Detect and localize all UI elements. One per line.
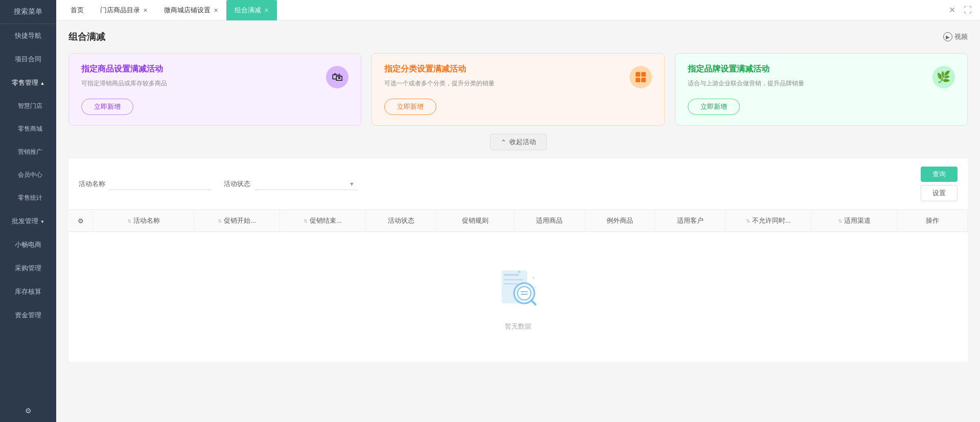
th-no-overlap[interactable]: ⇅ 不允许同时... — [726, 210, 811, 231]
th-settings[interactable]: ⚙ — [68, 211, 93, 231]
gear-icon: ⚙ — [25, 407, 32, 415]
category-card-add-btn[interactable]: 立即新增 — [384, 99, 436, 115]
tab-close-wechat-settings[interactable]: ✕ — [214, 0, 218, 20]
page-header: 组合满减 ▶ 视频 — [68, 31, 968, 43]
sidebar-item-xiaochang-ecommerce[interactable]: 小畅电商 — [0, 233, 56, 256]
sort-icon: ⇅ — [218, 218, 222, 224]
brand-activity-card: 🌿 指定品牌设置满减活动 适合与上游企业联合做营销，提升品牌销量 立即新增 — [675, 53, 968, 126]
search-table-wrapper: 活动名称 活动状态 进行中 未开始 已结束 ▼ — [68, 158, 968, 362]
settings-icon: ⚙ — [78, 217, 84, 225]
sidebar-item-retail-mall[interactable]: 零售商城 — [0, 118, 56, 140]
content-area: 组合满减 ▶ 视频 🛍 指定商品设置满减活动 可指定滞销商品或库存较多商品 立即… — [56, 20, 980, 422]
tab-close-store-catalog[interactable]: ✕ — [143, 0, 148, 20]
page-title: 组合满减 — [68, 31, 105, 43]
data-table: ⚙ ⇅ 活动名称 ⇅ 促销开始... ⇅ 促销结束... — [68, 209, 968, 362]
th-except-goods: 例外商品 — [585, 210, 656, 231]
collapse-bar: ⌃ 收起活动 — [68, 134, 968, 150]
sidebar-item-retail-stats[interactable]: 零售统计 — [0, 186, 56, 209]
table-header: ⚙ ⇅ 活动名称 ⇅ 促销开始... ⇅ 促销结束... — [68, 209, 968, 232]
product-card-desc: 可指定滞销商品或库存较多商品 — [81, 79, 348, 88]
sidebar-item-funds-mgmt[interactable]: 资金管理 — [0, 303, 56, 327]
sidebar-item-inventory-calc[interactable]: 库存核算 — [0, 280, 56, 303]
product-activity-card: 🛍 指定商品设置满减活动 可指定滞销商品或库存较多商品 立即新增 — [68, 53, 361, 126]
empty-text: 暂无数据 — [505, 322, 531, 331]
sort-icon: ⇅ — [838, 218, 842, 224]
video-icon: ▶ — [943, 32, 952, 41]
th-applicable-customer: 适用客户 — [655, 210, 726, 231]
sort-icon: ⇅ — [746, 218, 750, 224]
video-link[interactable]: ▶ 视频 — [943, 32, 968, 41]
collapse-icon: ⌃ — [501, 138, 506, 146]
svg-point-15 — [535, 287, 536, 288]
svg-point-9 — [518, 287, 531, 300]
tab-wechat-settings[interactable]: 微商城店铺设置 ✕ — [156, 0, 226, 20]
activity-status-select-wrapper: 进行中 未开始 已结束 ▼ — [254, 178, 357, 190]
sidebar-settings-btn[interactable]: ⚙ — [0, 400, 56, 422]
svg-rect-0 — [636, 72, 640, 77]
brand-card-desc: 适合与上游企业联合做营销，提升品牌销量 — [688, 79, 955, 88]
sort-icon: ⇅ — [304, 218, 308, 224]
svg-line-12 — [531, 300, 535, 304]
activity-name-input[interactable] — [109, 178, 212, 190]
category-activity-card: 指定分类设置满减活动 可选一个或者多个分类，提升分类的销量 立即新增 — [371, 53, 664, 126]
activity-name-label: 活动名称 — [79, 179, 105, 189]
category-card-icon — [629, 66, 652, 88]
sidebar-search[interactable]: 搜索菜单 — [0, 0, 56, 24]
tab-home[interactable]: 首页 — [62, 0, 92, 20]
query-btn[interactable]: 查询 — [921, 167, 958, 182]
brand-card-add-btn[interactable]: 立即新增 — [688, 99, 740, 115]
settings-btn[interactable]: 设置 — [921, 185, 958, 201]
svg-point-14 — [532, 277, 534, 279]
sidebar-item-smart-store[interactable]: 智慧门店 — [0, 95, 56, 118]
th-promo-start[interactable]: ⇅ 促销开始... — [194, 210, 280, 231]
sidebar: 搜索菜单 快捷导航 项目合同 零售管理 智慧门店 零售商城 营销推广 会员中心 … — [0, 0, 56, 422]
tab-store-catalog[interactable]: 门店商品目录 ✕ — [92, 0, 156, 20]
expand-window-btn[interactable]: ⛶ — [962, 6, 974, 15]
category-card-desc: 可选一个或者多个分类，提升分类的销量 — [384, 79, 651, 88]
svg-point-13 — [518, 271, 521, 273]
th-activity-name[interactable]: ⇅ 活动名称 — [93, 210, 194, 231]
activity-name-field: 活动名称 — [79, 178, 212, 190]
sidebar-item-retail-mgmt[interactable]: 零售管理 — [0, 71, 56, 95]
activity-status-label: 活动状态 — [224, 179, 250, 189]
collapse-activity-btn[interactable]: ⌃ 收起活动 — [490, 134, 547, 150]
empty-icon — [493, 263, 544, 314]
svg-rect-7 — [504, 283, 518, 285]
sidebar-item-purchase-mgmt[interactable]: 采购管理 — [0, 256, 56, 280]
svg-rect-2 — [636, 78, 640, 82]
th-applicable-channel[interactable]: ⇅ 适用渠道 — [811, 210, 897, 231]
tab-bar-actions: ✕ ⛶ — [947, 5, 974, 15]
th-promo-rule: 促销规则 — [436, 210, 515, 231]
svg-rect-6 — [504, 279, 523, 280]
product-card-icon: 🛍 — [326, 66, 348, 88]
sidebar-item-quick-nav[interactable]: 快捷导航 — [0, 24, 56, 48]
product-card-add-btn[interactable]: 立即新增 — [81, 99, 133, 115]
main-area: 首页 门店商品目录 ✕ 微商城店铺设置 ✕ 组合满减 ✕ ✕ ⛶ 组合满减 ▶ … — [56, 0, 980, 422]
sidebar-item-marketing[interactable]: 营销推广 — [0, 140, 56, 163]
activity-status-field: 活动状态 进行中 未开始 已结束 ▼ — [224, 178, 357, 190]
sidebar-item-member-center[interactable]: 会员中心 — [0, 163, 56, 186]
product-card-title: 指定商品设置满减活动 — [81, 64, 348, 75]
tab-close-combo-discount[interactable]: ✕ — [264, 0, 269, 20]
collapse-label: 收起活动 — [509, 137, 536, 147]
th-promo-end[interactable]: ⇅ 促销结束... — [280, 210, 366, 231]
th-action: 操作 — [897, 210, 968, 231]
sidebar-item-project-contract[interactable]: 项目合同 — [0, 48, 56, 71]
brand-card-title: 指定品牌设置满减活动 — [688, 64, 955, 75]
svg-rect-5 — [504, 274, 519, 276]
sort-icon: ⇅ — [127, 218, 131, 224]
svg-rect-3 — [641, 78, 646, 82]
svg-rect-1 — [641, 72, 646, 77]
category-card-title: 指定分类设置满减活动 — [384, 64, 651, 75]
search-actions: 查询 设置 — [921, 167, 958, 201]
sidebar-item-wholesale-mgmt[interactable]: 批发管理 — [0, 209, 56, 233]
activity-status-select[interactable]: 进行中 未开始 已结束 — [254, 178, 357, 190]
th-activity-status: 活动状态 — [366, 210, 436, 231]
tab-combo-discount[interactable]: 组合满减 ✕ — [226, 0, 277, 20]
activity-cards: 🛍 指定商品设置满减活动 可指定滞销商品或库存较多商品 立即新增 指定分类设置满… — [68, 53, 968, 126]
empty-state: 暂无数据 — [68, 232, 968, 362]
tab-bar: 首页 门店商品目录 ✕ 微商城店铺设置 ✕ 组合满减 ✕ ✕ ⛶ — [56, 0, 980, 20]
close-window-btn[interactable]: ✕ — [947, 5, 958, 15]
brand-card-icon: 🌿 — [932, 66, 955, 88]
search-bar: 活动名称 活动状态 进行中 未开始 已结束 ▼ — [68, 158, 968, 209]
